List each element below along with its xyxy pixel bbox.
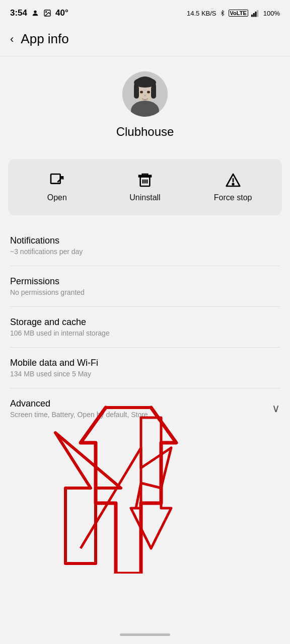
settings-list: Notifications~3 notifications per dayPer…	[0, 225, 290, 429]
svg-rect-12	[134, 86, 139, 99]
settings-item-title: Permissions	[10, 276, 280, 287]
settings-item-title: Notifications	[10, 235, 280, 246]
temperature: 40°	[55, 8, 68, 18]
settings-item-subtitle: 106 MB used in internal storage	[10, 329, 280, 337]
settings-item[interactable]: Notifications~3 notifications per day	[10, 225, 280, 266]
svg-rect-3	[251, 15, 253, 17]
force-stop-icon	[225, 172, 241, 188]
uninstall-icon	[137, 172, 153, 188]
settings-item-subtitle: ~3 notifications per day	[10, 248, 280, 256]
settings-text-block: AdvancedScreen time, Battery, Open by de…	[10, 398, 272, 419]
lte-badge: VoLTE	[229, 10, 248, 17]
status-left: 3:54 40°	[10, 8, 68, 18]
settings-item-title: Advanced	[10, 398, 272, 409]
force-stop-label: Force stop	[214, 193, 252, 202]
annotation-arrow	[50, 408, 176, 569]
open-button[interactable]: Open	[32, 172, 82, 202]
image-icon	[43, 9, 51, 17]
bottom-handle	[120, 633, 170, 636]
settings-item[interactable]: AdvancedScreen time, Battery, Open by de…	[10, 388, 280, 429]
chevron-down-icon: ∨	[272, 402, 280, 415]
svg-point-14	[134, 77, 156, 88]
settings-item[interactable]: Storage and cache106 MB used in internal…	[10, 307, 280, 348]
person-icon	[31, 9, 39, 17]
svg-point-0	[34, 11, 36, 13]
settings-item[interactable]: PermissionsNo permissions granted	[10, 266, 280, 307]
settings-item-title: Storage and cache	[10, 317, 280, 328]
svg-rect-5	[255, 12, 256, 17]
uninstall-label: Uninstall	[129, 193, 160, 202]
settings-item-subtitle: No permissions granted	[10, 288, 280, 296]
page-title: App info	[21, 31, 68, 47]
svg-point-15	[140, 91, 143, 94]
svg-marker-27	[81, 408, 176, 574]
header: ‹ App info	[0, 26, 290, 56]
svg-point-2	[46, 12, 47, 13]
app-icon-section: Clubhouse	[0, 56, 290, 149]
settings-item-subtitle: 134 MB used since 5 May	[10, 370, 280, 378]
open-icon	[49, 172, 65, 188]
svg-point-16	[147, 91, 150, 94]
svg-point-26	[232, 184, 234, 185]
status-bar: 3:54 40° 14.5 KB/S VoLTE 100%	[0, 0, 290, 26]
force-stop-button[interactable]: Force stop	[208, 172, 258, 202]
app-avatar-svg	[122, 71, 168, 117]
settings-text-block: Storage and cache106 MB used in internal…	[10, 317, 280, 337]
uninstall-button[interactable]: Uninstall	[120, 172, 170, 202]
svg-rect-6	[257, 10, 258, 17]
settings-item[interactable]: Mobile data and Wi-Fi134 MB used since 5…	[10, 348, 280, 388]
svg-rect-4	[253, 13, 255, 17]
signal-icon	[251, 9, 260, 17]
app-icon	[122, 71, 168, 117]
back-button[interactable]: ‹	[10, 33, 14, 46]
bluetooth-icon	[220, 9, 226, 17]
settings-item-title: Mobile data and Wi-Fi	[10, 358, 280, 368]
status-right: 14.5 KB/S VoLTE 100%	[187, 9, 280, 17]
svg-rect-18	[51, 174, 60, 184]
settings-text-block: PermissionsNo permissions granted	[10, 276, 280, 296]
settings-text-block: Notifications~3 notifications per day	[10, 235, 280, 256]
network-speed: 14.5 KB/S	[187, 10, 216, 17]
open-label: Open	[47, 193, 67, 202]
settings-text-block: Mobile data and Wi-Fi134 MB used since 5…	[10, 358, 280, 378]
svg-rect-13	[151, 86, 156, 99]
battery: 100%	[263, 10, 280, 17]
settings-item-subtitle: Screen time, Battery, Open by default, S…	[10, 411, 272, 419]
svg-point-17	[144, 95, 146, 97]
action-card: Open Uninstall Force stop	[8, 159, 282, 215]
app-name: Clubhouse	[116, 125, 174, 139]
status-time: 3:54	[10, 8, 27, 18]
